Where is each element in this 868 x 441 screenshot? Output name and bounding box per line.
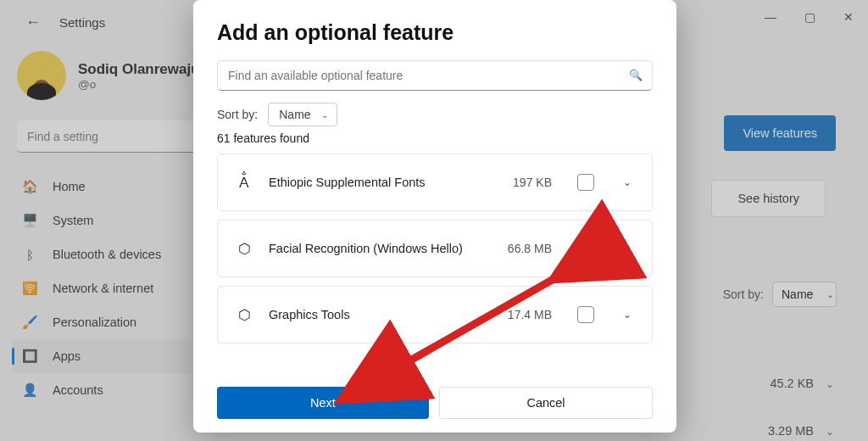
feature-item[interactable]: ⬡ Graphics Tools 17.4 MB ⌄ bbox=[217, 286, 653, 343]
next-button[interactable]: Next bbox=[217, 387, 429, 419]
feature-checkbox[interactable] bbox=[577, 174, 594, 191]
feature-item[interactable]: ⬡ Facial Recognition (Windows Hello) 66.… bbox=[217, 220, 653, 277]
feature-size: 66.8 MB bbox=[508, 242, 552, 255]
dialog-title: Add an optional feature bbox=[217, 20, 653, 45]
cancel-button[interactable]: Cancel bbox=[439, 387, 653, 419]
feature-icon: ⬡ bbox=[235, 306, 253, 324]
feature-item[interactable]: A̐ Ethiopic Supplemental Fonts 197 KB ⌄ bbox=[217, 154, 653, 211]
feature-name: Graphics Tools bbox=[269, 308, 492, 321]
feature-name: Facial Recognition (Windows Hello) bbox=[269, 242, 492, 255]
feature-icon: ⬡ bbox=[235, 240, 253, 258]
sort-label: Sort by: bbox=[217, 108, 258, 121]
features-count: 61 features found bbox=[217, 131, 653, 145]
chevron-down-icon[interactable]: ⌄ bbox=[615, 176, 640, 188]
feature-checkbox[interactable]: ✓ bbox=[577, 240, 594, 257]
feature-name: Ethiopic Supplemental Fonts bbox=[269, 176, 498, 189]
feature-icon: A̐ bbox=[235, 174, 253, 192]
chevron-down-icon: ⌄ bbox=[321, 110, 328, 120]
sort-select[interactable]: Name⌄ bbox=[268, 103, 337, 126]
feature-size: 17.4 MB bbox=[508, 308, 552, 321]
search-icon: 🔍 bbox=[629, 69, 643, 81]
chevron-down-icon[interactable]: ⌄ bbox=[615, 309, 640, 321]
feature-checkbox[interactable] bbox=[577, 306, 594, 323]
chevron-down-icon[interactable]: ⌄ bbox=[615, 243, 640, 254]
feature-search-input[interactable] bbox=[217, 60, 653, 91]
add-feature-dialog: Add an optional feature 🔍 Sort by: Name⌄… bbox=[193, 0, 676, 433]
feature-size: 197 KB bbox=[513, 176, 552, 189]
